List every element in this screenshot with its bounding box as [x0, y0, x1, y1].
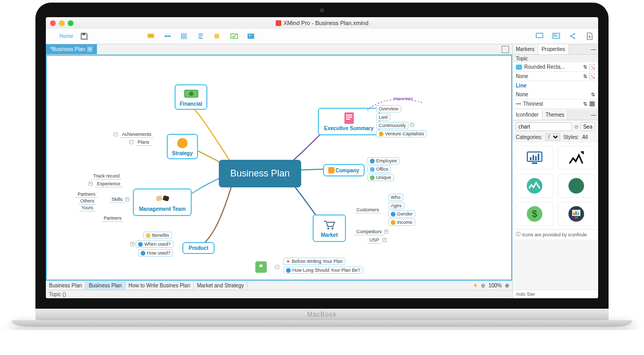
subtopic[interactable]: Employee	[367, 157, 400, 164]
zoom-level[interactable]: 100%	[488, 283, 502, 288]
subtopic[interactable]: Partners	[102, 215, 123, 222]
color-swatch-icon[interactable]	[589, 101, 595, 107]
document-tab[interactable]: *Business Plan ✕	[46, 44, 97, 54]
sheet-tab[interactable]: Business Plan	[85, 281, 125, 290]
relationship-button[interactable]	[162, 31, 174, 42]
gantt-button[interactable]	[550, 31, 562, 42]
floating-topic[interactable]: How Long Should Your Plan Be?	[283, 267, 363, 274]
subtopic[interactable]: How used?	[138, 249, 173, 257]
icon-result[interactable]	[516, 174, 553, 198]
topic-management-team[interactable]: Management Team	[133, 188, 192, 216]
undo-button[interactable]	[95, 31, 107, 42]
topic-executive-summary[interactable]: Executive Summary	[318, 108, 380, 135]
image-button[interactable]	[245, 31, 257, 42]
minimize-panel-icon[interactable]: —	[589, 110, 598, 120]
home-button[interactable]: Home	[49, 31, 73, 42]
no-fill-icon[interactable]	[589, 64, 595, 70]
mindmap-canvas[interactable]: Business Plan Financial Strategy Achieve…	[47, 56, 511, 280]
presentation-button[interactable]	[534, 31, 545, 42]
quote-icon[interactable]: ❝	[255, 261, 267, 273]
subtopic[interactable]: Benefits	[143, 232, 172, 239]
floating-topic[interactable]: ★Before Writing Your Plan	[283, 258, 345, 265]
open-folder-button[interactable]	[129, 31, 140, 42]
subtopic[interactable]: Competitors	[354, 229, 384, 235]
sheet-tab[interactable]: Market and Strategy	[194, 281, 247, 290]
expand-icon[interactable]: +	[130, 242, 134, 246]
share-button[interactable]	[567, 31, 578, 42]
filter-icon[interactable]: ▼	[473, 283, 478, 288]
topic-company[interactable]: Company	[323, 164, 365, 176]
subtopic[interactable]: Track record	[91, 173, 121, 180]
expand-icon[interactable]: −	[275, 265, 279, 269]
save-button[interactable]	[79, 31, 90, 42]
tab-markers[interactable]: Markers	[513, 44, 538, 54]
subtopic[interactable]: Last	[376, 113, 390, 121]
close-tab-icon[interactable]: ✕	[87, 46, 93, 52]
icon-result[interactable]	[516, 146, 553, 170]
zoom-out-icon[interactable]: ⊖	[481, 283, 485, 288]
subtopic[interactable]: Yours	[79, 205, 95, 211]
subtopic[interactable]: Continuously	[376, 122, 408, 129]
topic-product[interactable]: Product	[182, 242, 215, 254]
sheet-tab[interactable]: How to Write Busines Plan	[126, 281, 194, 290]
subtopic[interactable]: Customers	[354, 207, 381, 213]
subtopic[interactable]: Overview	[376, 105, 401, 112]
subtopic[interactable]: Who	[388, 194, 403, 201]
topic-market[interactable]: Market	[313, 214, 346, 242]
boundary-button[interactable]	[179, 31, 190, 42]
tab-properties[interactable]: Properties	[538, 44, 569, 54]
topic-financial[interactable]: Financial	[175, 84, 207, 110]
no-fill-icon[interactable]	[589, 73, 595, 79]
sheet-tab[interactable]: Business Plan	[46, 281, 85, 290]
subtopic[interactable]: Gender	[388, 210, 415, 218]
tab-themes[interactable]: Themes	[542, 110, 568, 120]
subtopic[interactable]: When used?	[135, 240, 174, 248]
export-button[interactable]	[584, 31, 595, 42]
expand-icon[interactable]: +	[384, 230, 388, 234]
task-button[interactable]	[229, 31, 240, 42]
icon-search-input[interactable]	[516, 122, 572, 131]
note-button[interactable]	[145, 31, 157, 42]
collapse-icon[interactable]: −	[129, 140, 133, 144]
expand-icon[interactable]: +	[125, 197, 129, 201]
line-style-selector[interactable]: None⇅	[513, 90, 598, 99]
window-titlebar[interactable]: XMind Pro - Business Plan.xmind	[46, 17, 598, 29]
topic-strategy[interactable]: Strategy	[167, 134, 198, 159]
callout-important[interactable]: Important	[393, 96, 413, 101]
expand-icon[interactable]: +	[410, 123, 414, 127]
root-topic[interactable]: Business Plan	[219, 160, 301, 187]
zoom-in-icon[interactable]: ⊕	[505, 283, 509, 288]
subtopic[interactable]: Achievements	[120, 131, 154, 138]
search-button[interactable]: Sea	[580, 122, 595, 131]
icon-result[interactable]	[558, 174, 595, 198]
tab-iconfinder[interactable]: Iconfinder	[513, 110, 542, 120]
icon-result[interactable]	[558, 202, 595, 226]
summary-button[interactable]	[195, 31, 207, 42]
border-selector[interactable]: None⇅	[513, 72, 598, 81]
expand-icon[interactable]: +	[382, 238, 387, 242]
clear-search-icon[interactable]: ⊘	[574, 124, 578, 130]
subtopic[interactable]: Venture Capitalists	[376, 130, 427, 137]
insert-topic-button[interactable]	[212, 31, 224, 42]
collapse-icon[interactable]: −	[114, 132, 118, 136]
subtopic[interactable]: Partners	[76, 191, 97, 198]
subtopic[interactable]: Plans	[135, 139, 152, 146]
expand-icon[interactable]: +	[89, 182, 93, 186]
subtopic[interactable]: Skills	[109, 196, 125, 203]
subtopic[interactable]: Income	[388, 219, 415, 226]
icon-result[interactable]: $	[516, 202, 553, 226]
category-select[interactable]: /	[546, 133, 560, 141]
subtopic[interactable]: Office	[367, 166, 391, 173]
subtopic[interactable]: Ages	[388, 202, 404, 209]
restore-icon[interactable]	[502, 46, 509, 53]
subtopic[interactable]: Others	[78, 198, 96, 205]
subtopic[interactable]: Unique	[367, 174, 394, 181]
redo-button[interactable]	[112, 31, 123, 42]
shape-selector[interactable]: Rounded Recta...⇅	[513, 62, 598, 72]
subtopic[interactable]: Experience	[95, 181, 122, 187]
icon-result[interactable]	[558, 146, 595, 170]
subtopic[interactable]: USP	[367, 237, 381, 244]
line-weight-selector[interactable]: Thinnest⇅	[513, 99, 598, 109]
minimize-panel-icon[interactable]: —	[589, 44, 598, 54]
idea-button[interactable]	[517, 31, 528, 42]
